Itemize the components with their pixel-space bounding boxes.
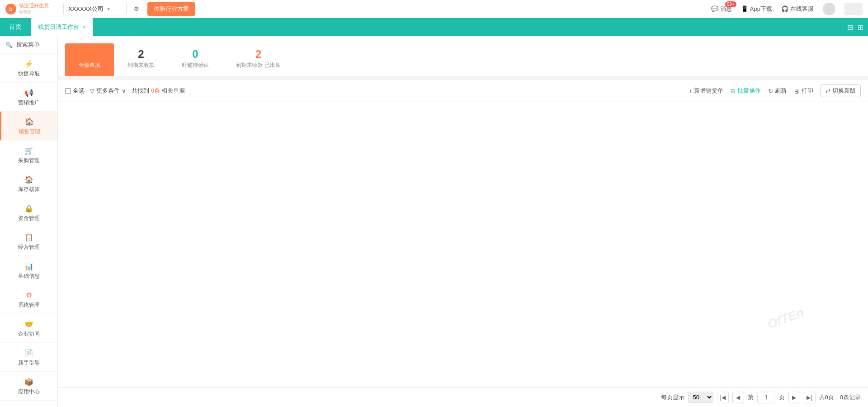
page-size-label: 每页显示 [661,393,684,402]
message-badge: 99+ [725,1,736,7]
app-download-label: App下载 [750,5,772,13]
select-all-checkbox[interactable]: 全选 [65,87,85,95]
sidebar-item-purchase[interactable]: 🛒 采购管理 [0,140,57,169]
trial-button[interactable]: 体验行业方案 [147,2,195,16]
found-suffix: 相关单据 [161,87,185,94]
batch-icon: ⊞ [731,88,736,94]
stat-label-overdue: 到期未收款 [127,61,155,69]
tab-active[interactable]: 钱货日清工作台 × [31,18,93,36]
stat-number-pending: 0 [192,48,198,61]
sidebar-item-system[interactable]: ⚙ 系统管理 [0,285,57,314]
filter-button[interactable]: ▽ 更多条件 ∨ [90,87,126,95]
window-maximize-icon[interactable]: ⊞ [858,23,863,32]
stat-number-overdue: 2 [138,48,144,61]
system-icon: ⚙ [24,290,33,299]
sidebar-label-finance: 资金管理 [18,215,40,222]
finance-icon: 🔒 [24,204,33,213]
sidebar-item-wechat[interactable]: 💬 企业微信 [0,401,57,407]
filter-arrow-icon: ∨ [122,88,126,94]
stat-tab-overdue[interactable]: 2 到期未收款 [114,43,168,76]
sales-icon: 🏠 [25,117,34,126]
main-layout: 🔍 搜索菜单 ⚡ 快捷导航 📢 营销推广 🏠 销售管理 🛒 采购管理 🏠 库存核… [0,36,868,407]
sidebar-item-inventory[interactable]: 🏠 库存核算 [0,169,57,198]
sidebar: 🔍 搜索菜单 ⚡ 快捷导航 📢 营销推广 🏠 销售管理 🛒 采购管理 🏠 库存核… [0,36,58,407]
tab-active-label: 钱货日清工作台 [38,23,79,31]
settings-icon[interactable]: ⚙ [130,3,143,15]
operations-icon: 📋 [24,233,33,242]
new-label: 新增销货单 [694,87,723,95]
logo-icon: b [5,4,16,14]
sidebar-label-marketing: 营销推广 [18,99,40,107]
switch-label: 切换新版 [832,87,856,95]
online-support-label: 在线客服 [790,5,814,13]
cooperation-icon: 🤝 [24,319,33,328]
found-count: 0条 [151,87,160,94]
online-support-item[interactable]: 🎧 在线客服 [781,5,814,13]
stat-tab-all[interactable]: 2 全部单据 [65,43,114,76]
new-sale-button[interactable]: + 新增销货单 [689,87,723,95]
company-name: XXXXXX公司 [68,5,104,13]
filter-label: 更多条件 [96,87,120,95]
sidebar-label-operations: 经营管理 [18,243,40,251]
stat-tab-pending[interactable]: 0 旺铺待确认 [168,43,222,76]
window-minimize-icon[interactable]: ⊟ [847,23,853,32]
sidebar-search[interactable]: 🔍 搜索菜单 [0,36,57,54]
sidebar-item-app-center[interactable]: 📦 应用中心 [0,372,57,401]
avatar[interactable] [823,3,835,15]
sidebar-label-quick-nav: 快捷导航 [18,70,40,78]
page-size-select[interactable]: 50 20 100 [688,392,713,403]
sidebar-label-purchase: 采购管理 [18,157,40,164]
app-download-item[interactable]: 📱 App下载 [741,5,772,13]
sidebar-item-sales[interactable]: 🏠 销售管理 [0,112,57,140]
newbie-icon: 📄 [24,348,33,357]
logo-area: b 畅捷通好生意 标准版 [5,3,63,14]
sidebar-item-base-info[interactable]: 📊 基础信息 [0,256,57,285]
page-prev-button[interactable]: ◀ [732,392,744,403]
sidebar-item-finance[interactable]: 🔒 资金管理 [0,198,57,227]
switch-icon: ⇄ [826,88,830,94]
message-icon: 💬 [711,5,718,12]
marketing-icon: 📢 [24,88,33,97]
app-center-icon: 📦 [24,377,33,386]
page-suffix: 页 [779,393,785,402]
page-next-button[interactable]: ▶ [788,392,800,403]
tab-home[interactable]: 首页 [0,18,31,36]
dropdown-arrow-icon: ▼ [106,6,111,11]
app-version: 标准版 [19,9,49,15]
message-item[interactable]: 💬 消息 99+ [711,5,732,13]
toolbar: 全选 ▽ 更多条件 ∨ 共找到 0条 相关单据 + 新增销货单 ⊞ 批量操作 [58,80,868,102]
stat-label-all: 全部单据 [79,61,100,69]
stat-tab-shipped[interactable]: 2 到期未收款 已出库 [222,43,294,76]
found-prefix: 共找到 [132,87,149,94]
sidebar-item-operations[interactable]: 📋 经营管理 [0,227,57,256]
sidebar-item-quick-nav[interactable]: ⚡ 快捷导航 [0,54,57,83]
page-last-button[interactable]: ▶| [804,392,816,403]
batch-operation-button[interactable]: ⊞ 批量操作 [731,87,761,95]
tab-bar: 首页 钱货日清工作台 × ⊟ ⊞ [0,18,868,36]
stat-label-shipped: 到期未收款 已出库 [236,61,281,69]
print-button[interactable]: 🖨 打印 [794,87,813,95]
print-icon: 🖨 [794,88,800,94]
pagination: 每页显示 50 20 100 |◀ ◀ 第 页 ▶ ▶| 共0页，0条记录 [58,387,868,407]
tab-close-icon[interactable]: × [83,24,86,30]
sidebar-item-marketing[interactable]: 📢 营销推广 [0,83,57,112]
company-selector[interactable]: XXXXXX公司 ▼ [63,3,127,15]
search-icon: 🔍 [5,42,13,48]
sidebar-item-newbie[interactable]: 📄 新手引导 [0,343,57,372]
base-info-icon: 📊 [24,262,33,271]
user-menu[interactable] [844,3,863,15]
sidebar-label-newbie: 新手引导 [18,359,40,367]
refresh-icon: ↻ [768,88,773,94]
refresh-label: 刷新 [775,87,787,95]
select-all-input[interactable] [65,88,71,94]
page-input[interactable] [757,392,775,403]
stat-number-all: 2 [86,48,92,61]
refresh-button[interactable]: ↻ 刷新 [768,87,787,95]
sidebar-label-inventory: 库存核算 [18,186,40,193]
window-controls: ⊟ ⊞ [847,23,868,32]
sidebar-item-cooperation[interactable]: 🤝 企业协同 [0,314,57,343]
filter-icon: ▽ [90,88,94,94]
inventory-icon: 🏠 [24,175,33,184]
page-first-button[interactable]: |◀ [717,392,729,403]
switch-version-button[interactable]: ⇄ 切换新版 [821,84,861,97]
